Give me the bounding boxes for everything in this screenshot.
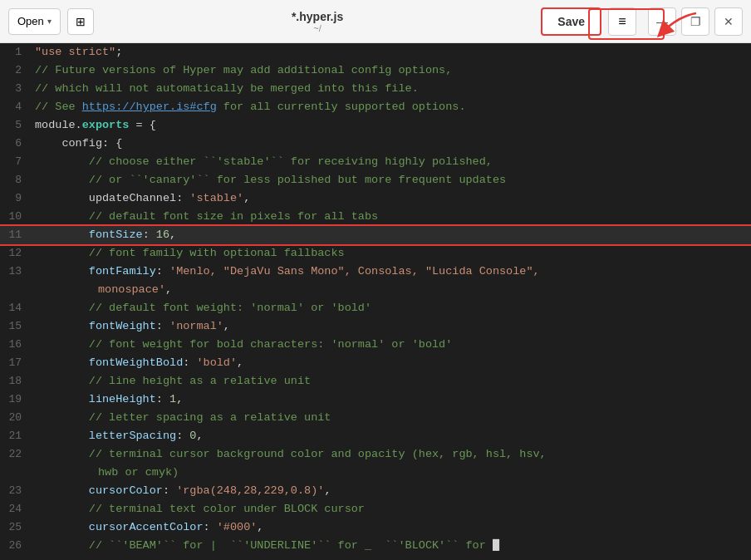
- property-token: cursorColor: [89, 484, 163, 497]
- code-line: 11 fontSize: 16,: [0, 226, 751, 244]
- new-tab-button[interactable]: ⊞: [67, 8, 94, 35]
- property-token: fontWeightBold: [89, 356, 183, 369]
- code-line: 4// See https://hyper.is#cfg for all cur…: [0, 98, 751, 116]
- code-line: 15 fontWeight: 'normal',: [0, 317, 751, 336]
- code-line: 12 // font family with optional fallback…: [0, 244, 751, 263]
- comment-token: // See: [35, 101, 82, 113]
- plain-token: ,: [257, 521, 263, 533]
- plain-token: [35, 393, 89, 405]
- plain-token: config: {: [35, 137, 122, 150]
- line-number: 4: [0, 98, 32, 116]
- restore-button[interactable]: ❐: [681, 7, 709, 36]
- window-controls: — ❐ ✕: [648, 7, 743, 36]
- line-number: 22: [0, 445, 32, 464]
- plain-token: :: [156, 320, 169, 332]
- comment-token: // default font weight: 'normal' or 'bol…: [35, 302, 371, 314]
- line-number: 9: [0, 189, 32, 208]
- code-line: 19 lineHeight: 1,: [0, 391, 751, 409]
- chevron-down-icon: ▾: [47, 17, 52, 26]
- plain-token: :: [143, 228, 156, 241]
- hamburger-icon: ≡: [618, 14, 626, 29]
- code-line: 9 updateChannel: 'stable',: [0, 189, 751, 208]
- code-line: hwb or cmyk): [0, 464, 751, 482]
- plain-token: :: [156, 265, 169, 278]
- string-token: "use strict": [35, 46, 115, 58]
- plain-token: module.: [35, 119, 82, 131]
- comment-token: // ``'BEAM'`` for | ``'UNDERLINE'`` for …: [35, 539, 493, 552]
- number-token: 16: [156, 228, 169, 241]
- code-line: 22 // terminal cursor background color a…: [0, 445, 751, 464]
- line-number: 1: [0, 43, 32, 61]
- line-number: 15: [0, 317, 32, 336]
- code-line: 3// which will not automatically be merg…: [0, 80, 751, 98]
- code-line: 13 fontFamily: 'Menlo, "DejaVu Sans Mono…: [0, 263, 751, 281]
- comment-token: // letter spacing as a relative unit: [35, 411, 331, 424]
- open-button[interactable]: Open ▾: [8, 8, 61, 35]
- line-number: 18: [0, 372, 32, 391]
- code-editor: 1"use strict";2// Future versions of Hyp…: [0, 43, 751, 560]
- line-number: 2: [0, 61, 32, 80]
- code-line: 21 letterSpacing: 0,: [0, 427, 751, 445]
- number-token: 1: [169, 393, 176, 405]
- code-line: 14 // default font weight: 'normal' or '…: [0, 299, 751, 317]
- close-icon: ✕: [724, 15, 734, 28]
- plain-token: :: [156, 393, 169, 405]
- code-line: 18 // line height as a relative unit: [0, 372, 751, 391]
- comment-token: // choose either ``'stable'`` for receiv…: [35, 155, 493, 168]
- code-line: 24 // terminal text color under BLOCK cu…: [0, 500, 751, 518]
- property-token: fontWeight: [89, 320, 156, 332]
- plain-token: ,: [237, 356, 243, 369]
- comment-token: // font weight for bold characters: 'nor…: [35, 338, 452, 351]
- property-token: fontSize: [89, 228, 143, 241]
- title-center: *.hyper.js ~/: [101, 10, 534, 33]
- string-token: 'Menlo, "DejaVu Sans Mono", Consolas, "L…: [169, 265, 540, 278]
- line-number: 8: [0, 171, 32, 189]
- code-line: 7 // choose either ``'stable'`` for rece…: [0, 153, 751, 171]
- plain-token: ,: [169, 228, 176, 241]
- plain-token: [35, 484, 89, 497]
- new-tab-icon: ⊞: [76, 15, 86, 28]
- string-token: monospace': [98, 283, 165, 296]
- plain-token: ;: [115, 46, 122, 58]
- line-number: 6: [0, 135, 32, 153]
- restore-icon: ❐: [690, 15, 701, 28]
- plain-token: = {: [129, 119, 155, 131]
- plain-token: ,: [165, 283, 172, 296]
- plain-token: ,: [324, 484, 331, 497]
- filename: *.hyper.js: [101, 10, 534, 23]
- plain-token: ,: [243, 192, 250, 204]
- line-number: 14: [0, 299, 32, 317]
- plain-token: :: [163, 484, 176, 497]
- line-number: 16: [0, 336, 32, 354]
- open-label: Open: [17, 15, 44, 27]
- string-token: 'bold': [196, 356, 237, 369]
- line-number: 20: [0, 409, 32, 427]
- plain-token: :: [204, 521, 217, 533]
- plain-token: [35, 228, 89, 241]
- plain-token: [35, 430, 89, 442]
- plain-token: [35, 265, 89, 278]
- plain-token: [35, 320, 89, 332]
- string-token: 'stable': [189, 192, 243, 204]
- comment-token: // Future versions of Hyper may add addi…: [35, 64, 452, 76]
- plain-token: ,: [196, 430, 203, 442]
- minimize-button[interactable]: —: [648, 7, 676, 36]
- link-token: https://hyper.is#cfg: [82, 101, 217, 113]
- line-number: 13: [0, 263, 32, 281]
- line-number: 21: [0, 427, 32, 445]
- code-line: 8 // or ``'canary'`` for less polished b…: [0, 171, 751, 189]
- comment-token: // default font size in pixels for all t…: [35, 210, 378, 223]
- property-token: cursorAccentColor: [89, 521, 204, 533]
- filepath: ~/: [101, 23, 534, 33]
- string-token: 'normal': [169, 320, 223, 332]
- line-number: 7: [0, 153, 32, 171]
- block-token: █: [493, 539, 499, 552]
- code-line: 23 cursorColor: 'rgba(248,28,229,0.8)',: [0, 482, 751, 500]
- comment-token: hwb or cmyk): [98, 466, 179, 479]
- save-button[interactable]: Save: [541, 7, 601, 36]
- code-line: 20 // letter spacing as a relative unit: [0, 409, 751, 427]
- code-line: monospace',: [0, 281, 751, 299]
- code-line: 25 cursorAccentColor: '#000',: [0, 518, 751, 537]
- close-button[interactable]: ✕: [714, 7, 743, 36]
- menu-button[interactable]: ≡: [608, 7, 636, 36]
